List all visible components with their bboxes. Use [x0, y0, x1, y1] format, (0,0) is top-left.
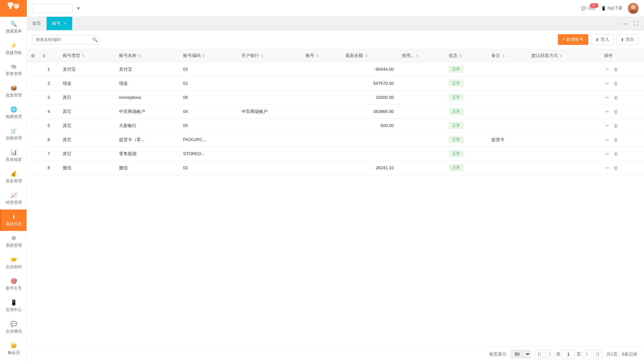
edit-button[interactable]: ✏ — [604, 94, 611, 101]
row-balance — [341, 147, 398, 161]
row-checkbox-cell — [27, 105, 39, 119]
header-right: 💬 消息 99+ 📱 App下载 — [581, 3, 639, 14]
sidebar-item-quick-nav[interactable]: ⚡ 快捷导航 — [0, 38, 26, 60]
sidebar-item-basic-info[interactable]: ℹ 基础信息 — [0, 209, 26, 231]
page-next-button[interactable]: ⟩ — [582, 350, 592, 359]
svg-point-5 — [631, 5, 636, 9]
edit-button[interactable]: ✏ — [604, 108, 611, 115]
edit-button[interactable]: ✏ — [604, 66, 611, 73]
sidebar-item-new-guide[interactable]: 🎯 新手引导 — [0, 274, 26, 295]
row-index: 2 — [39, 76, 59, 90]
page-first-button[interactable]: ⟨⟨ — [535, 350, 544, 359]
table-row: 3 其它 moneybosx 06 10000.00 正常 ✏ 🗑 — [27, 90, 644, 105]
row-checkbox-cell — [27, 62, 39, 76]
page-input[interactable] — [562, 350, 575, 359]
sidebar-item-inventory[interactable]: 📊 库存核算 — [0, 145, 26, 167]
row-type: 微信 — [59, 161, 115, 175]
edit-button[interactable]: ✏ — [604, 136, 611, 143]
row-default-settle — [528, 147, 600, 161]
sidebar-item-label: 企业微信 — [6, 328, 22, 334]
member-icon: 👑 — [10, 342, 17, 349]
col-type[interactable]: 账号类型 ⇅ — [59, 49, 115, 62]
accounts-table: ⚙ # 账号类型 ⇅ 账号名称 ⇅ 账号编码 ⇅ 开户银行 ⇅ 账号 ⇅ 最新余… — [27, 49, 644, 175]
sidebar-item-member[interactable]: 👑 畅会员 — [0, 338, 26, 360]
page-size-select[interactable]: 50 100 200 — [511, 350, 531, 358]
sidebar-item-purchase[interactable]: 🛒 采购管理 — [0, 124, 26, 145]
row-balance: 28241.10 — [341, 161, 398, 175]
header-dropdown[interactable]: ▼ — [76, 6, 80, 11]
row-status: 正常 — [445, 76, 488, 90]
sidebar-item-corp-wechat[interactable]: 💬 企业微信 — [0, 317, 26, 338]
header-search-input[interactable] — [32, 4, 72, 13]
col-settings[interactable]: ⚙ — [27, 49, 39, 62]
col-code[interactable]: 账号编码 ⇅ — [179, 49, 237, 62]
edit-button[interactable]: ✏ — [604, 165, 611, 171]
col-usage[interactable]: 使用... ⇅ — [398, 49, 445, 62]
row-balance: 547670.00 — [341, 76, 398, 90]
delete-button[interactable]: 🗑 — [612, 150, 620, 157]
row-account — [302, 105, 341, 119]
tab-home[interactable]: 首页 — [27, 17, 47, 30]
col-status[interactable]: 状态 ⇅ — [445, 49, 488, 62]
edit-button[interactable]: ✏ — [604, 150, 611, 157]
top-header: ▼ 💬 消息 99+ 📱 App下载 — [27, 0, 644, 17]
import-button[interactable]: ⬇ 导入 — [591, 34, 613, 45]
row-remark — [487, 90, 527, 105]
add-account-button[interactable]: + 新增账号 — [558, 34, 588, 45]
enterprise-icon: 🤝 — [10, 256, 17, 263]
sidebar-item-label: 批发管理 — [6, 93, 22, 98]
delete-button[interactable]: 🗑 — [612, 80, 620, 87]
delete-button[interactable]: 🗑 — [612, 94, 620, 101]
page-last-button[interactable]: ⟩⟩ — [593, 350, 602, 359]
edit-button[interactable]: ✏ — [604, 80, 611, 87]
sidebar-item-operations[interactable]: 📈 经营管理 — [0, 188, 26, 209]
notification-button[interactable]: 💬 消息 99+ — [581, 5, 596, 11]
row-checkbox-cell — [27, 161, 39, 175]
table-row: 4 其它 中百商场账户 04 中百商场账户 383866.00 正常 ✏ 🗑 — [27, 105, 644, 119]
logo: 乐惠版 — [0, 0, 27, 17]
header-left: ▼ — [32, 4, 80, 13]
row-default-settle — [528, 133, 600, 147]
col-balance[interactable]: 最新余额 ⇅ — [341, 49, 398, 62]
col-default-settle[interactable]: 默认结算方式 ⇅ — [528, 49, 600, 62]
row-actions: ✏ 🗑 — [600, 161, 644, 175]
delete-button[interactable]: 🗑 — [612, 165, 620, 171]
delete-button[interactable]: 🗑 — [612, 66, 620, 73]
export-button[interactable]: ⬆ 导出 — [616, 34, 639, 45]
col-remark[interactable]: 备注 ⇅ — [487, 49, 527, 62]
table-row: 6 其它 提货卡（零... PICKUPC... 正常 提货卡 ✏ 🗑 — [27, 133, 644, 147]
page-prev-button[interactable]: ⟨ — [545, 350, 555, 359]
search-input[interactable] — [33, 35, 90, 44]
edit-button[interactable]: ✏ — [604, 122, 611, 129]
download-button[interactable]: 📱 App下载 — [601, 5, 623, 11]
col-bank[interactable]: 开户银行 ⇅ — [237, 49, 302, 62]
sidebar-item-wholesale[interactable]: 📦 批发管理 — [0, 81, 26, 102]
tab-minimize-button[interactable]: — — [621, 19, 629, 27]
sidebar-item-label: 库存核算 — [6, 157, 22, 163]
sidebar-item-system[interactable]: ⚙ 系统管理 — [0, 231, 26, 252]
row-default-settle — [528, 90, 600, 105]
row-index: 6 — [39, 133, 59, 147]
tab-account[interactable]: 账号 ✕ — [47, 17, 72, 30]
sidebar-item-enterprise[interactable]: 🤝 企业协同 — [0, 252, 26, 274]
sidebar-item-finance[interactable]: 💰 资金管理 — [0, 167, 26, 188]
delete-button[interactable]: 🗑 — [612, 122, 620, 129]
sidebar-item-app-center[interactable]: 📱 应用中心 — [0, 295, 26, 317]
delete-button[interactable]: 🗑 — [612, 136, 620, 143]
sidebar-item-ecommerce[interactable]: 🌐 电商管理 — [0, 102, 26, 124]
col-name[interactable]: 账号名称 ⇅ — [115, 49, 179, 62]
tab-maximize-button[interactable]: ⛶ — [632, 19, 640, 27]
search-button[interactable]: 🔍 — [90, 35, 99, 44]
row-index: 7 — [39, 147, 59, 161]
sidebar-item-retail[interactable]: 🛍 零售管理 — [0, 60, 26, 81]
sidebar-item-search[interactable]: 🔍 搜索菜单 — [0, 17, 26, 38]
row-actions: ✏ 🗑 — [600, 76, 644, 90]
brand-label: 乐惠版 — [8, 11, 19, 16]
user-avatar[interactable] — [628, 3, 639, 14]
table-row: 2 现金 现金 01 547670.00 正常 ✏ 🗑 — [27, 76, 644, 90]
delete-button[interactable]: 🗑 — [612, 108, 620, 115]
col-account[interactable]: 账号 ⇅ — [302, 49, 341, 62]
app-center-icon: 📱 — [10, 299, 17, 306]
row-actions: ✏ 🗑 — [600, 147, 644, 161]
tab-close-icon[interactable]: ✕ — [63, 21, 67, 26]
